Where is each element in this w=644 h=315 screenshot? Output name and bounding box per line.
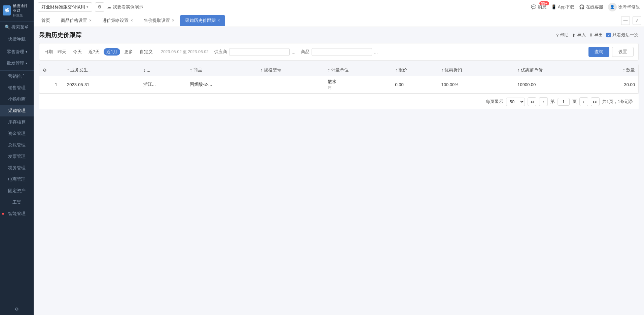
col-more[interactable]: ↕ ... — [140, 64, 187, 76]
version-select[interactable]: 好业财标准版交付试用 ▾ — [38, 2, 92, 12]
messages-btn[interactable]: 💬 消息 99+ — [531, 4, 546, 10]
date-opt-more[interactable]: 更多 — [121, 48, 136, 56]
settings-button[interactable]: 设置 — [612, 47, 634, 57]
first-page-btn[interactable]: ⏮ — [528, 97, 536, 106]
sidebar-item-ecommerce[interactable]: 电商管理 — [0, 174, 34, 185]
next-page-btn[interactable]: › — [579, 97, 588, 106]
online-service-btn[interactable]: 🎧 在线客服 — [579, 4, 603, 10]
last-only-checkbox[interactable]: ✓ — [606, 33, 611, 37]
tab-price[interactable]: 商品价格设置 × — [56, 15, 97, 26]
date-opt-yesterday[interactable]: 昨天 — [55, 48, 69, 56]
col-spec[interactable]: ↕ 规格型号 — [257, 64, 324, 76]
gear-icon[interactable]: ⚙ — [43, 68, 47, 73]
help-label: 帮助 — [560, 32, 569, 38]
last-page-btn[interactable]: ⏭ — [591, 97, 600, 106]
product-more[interactable]: ... — [374, 49, 378, 55]
general-ledger-label: 总账管理 — [8, 142, 26, 148]
tab-home[interactable]: 首页 — [36, 15, 55, 26]
sidebar-item-payroll[interactable]: 工资 — [0, 197, 34, 208]
query-button[interactable]: 查询 — [588, 47, 609, 57]
phone-icon: 📱 — [551, 4, 557, 9]
page-total: 共1页，1条记录 — [602, 99, 633, 105]
sidebar-item-fixed-assets[interactable]: 固定资产 — [0, 185, 34, 197]
app-download-btn[interactable]: 📱 App下载 — [551, 4, 574, 10]
col-gear: ⚙ — [39, 64, 51, 76]
supplier-input[interactable] — [229, 48, 290, 56]
per-page-select[interactable]: 50 20 100 — [506, 98, 525, 106]
date-opt-1month[interactable]: 近1月 — [104, 48, 120, 56]
sidebar-item-smart-mgmt[interactable]: 智能管理 — [0, 208, 34, 219]
cell-discount: 100.00% — [438, 76, 514, 93]
smart-mgmt-indicator — [2, 213, 4, 215]
import-label: 导入 — [577, 32, 586, 38]
close-icon[interactable]: × — [131, 18, 133, 23]
last-only-checkbox-group[interactable]: ✓ 只看最后一次 — [606, 32, 639, 38]
close-icon[interactable]: × — [89, 18, 92, 23]
col-before-discount[interactable]: ↕ 优惠前单价 — [514, 64, 592, 76]
col-quoted[interactable]: ↕ 报价 — [392, 64, 438, 76]
tab-sale-price[interactable]: 售价提取设置 × — [139, 15, 179, 26]
close-icon[interactable]: × — [172, 18, 174, 23]
date-opt-7days[interactable]: 近7天 — [86, 48, 102, 56]
help-icon: ? — [556, 33, 559, 38]
col-discount[interactable]: ↕ 优惠折扣... — [438, 64, 514, 76]
data-table: ⚙ ↕ 业务发生... ↕ ... ↕ 商品 ↕ 规格 — [39, 64, 638, 93]
export-btn[interactable]: ⬇ 导出 — [589, 32, 603, 38]
pagination-bar: 每页显示 50 20 100 ⏮ ‹ 第 页 › ⏭ 共1页，1条记录 — [39, 94, 639, 109]
supplier-more[interactable]: ... — [292, 49, 295, 55]
cell-gear[interactable] — [39, 76, 51, 93]
sidebar-item-invoice[interactable]: 发票管理 — [0, 151, 34, 162]
sidebar-item-inventory[interactable]: 库存核算 — [0, 116, 34, 128]
date-label: 日期 — [44, 49, 53, 55]
headset-icon: 🎧 — [579, 4, 584, 9]
sidebar-item-purchase[interactable]: 采购管理 — [0, 105, 34, 116]
sidebar-item-retail[interactable]: 零售管理 ▾ — [0, 46, 34, 58]
cell-supplier: 浙江... — [140, 76, 187, 93]
minimize-btn[interactable]: — — [621, 16, 630, 25]
settings-icon: ⚙ — [15, 307, 19, 312]
date-opt-today[interactable]: 今天 — [70, 48, 84, 56]
sidebar-item-marketing[interactable]: 营销推广 — [0, 71, 34, 82]
sidebar-item-tax[interactable]: 税务管理 — [0, 162, 34, 174]
sidebar-item-ecommerce-small[interactable]: 小畅电商 — [0, 94, 34, 105]
close-icon[interactable]: × — [218, 18, 220, 23]
ecommerce-small-label: 小畅电商 — [8, 96, 26, 102]
header-settings-btn[interactable]: ⚙ — [95, 2, 104, 12]
col-quantity[interactable]: ↕ 数量 — [592, 64, 638, 76]
sidebar-item-finance[interactable]: 资金管理 — [0, 128, 34, 139]
sidebar-search[interactable]: 🔍 搜索菜单 — [0, 22, 34, 33]
app-name: 畅捷通好业财 — [13, 3, 31, 13]
page-actions: ? 帮助 ⬆ 导入 ⬇ 导出 ✓ 只看最后一次 — [556, 32, 639, 38]
tab-history-price[interactable]: 采购历史价跟踪 × — [180, 15, 225, 26]
cell-quoted: 0.00 — [392, 76, 438, 93]
tab-strategy[interactable]: 进价策略设置 × — [97, 15, 138, 26]
chevron-down-icon: ▾ — [26, 50, 27, 54]
help-btn[interactable]: ? 帮助 — [556, 32, 569, 38]
sidebar-item-general-ledger[interactable]: 总账管理 — [0, 139, 34, 151]
messages-badge: 99+ — [539, 1, 549, 5]
date-opt-custom[interactable]: 自定义 — [137, 48, 155, 56]
user-profile[interactable]: 👤 徐泽华修改 — [608, 3, 640, 11]
expand-btn[interactable]: ⤢ — [633, 16, 641, 25]
sidebar-item-quick-nav[interactable]: 快捷导航 — [0, 33, 34, 45]
col-product[interactable]: ↕ 商品 — [186, 64, 257, 76]
page-number-input[interactable] — [558, 98, 570, 106]
date-filter-group: 日期 昨天 今天 近7天 近1月 更多 自定义 — [44, 48, 155, 56]
first-icon: ⏮ — [530, 99, 534, 104]
sidebar-settings-btn[interactable]: ⚙ — [0, 303, 34, 315]
col-unit[interactable]: ↕ 计量单位 — [324, 64, 392, 76]
col-seq — [51, 64, 64, 76]
finance-label: 资金管理 — [8, 131, 26, 137]
tab-strategy-label: 进价策略设置 — [102, 18, 129, 24]
cell-product: 丙烯酸-2-... — [186, 76, 257, 93]
product-input[interactable] — [312, 48, 372, 56]
cell-unit: 散水吨 — [324, 76, 392, 93]
per-page-label: 每页显示 — [486, 99, 503, 105]
sidebar-item-sales[interactable]: 销售管理 — [0, 82, 34, 94]
demo-link[interactable]: ☁ 我要看实例演示 — [107, 4, 143, 10]
col-date[interactable]: ↕ 业务发生... — [64, 64, 140, 76]
prev-page-btn[interactable]: ‹ — [539, 97, 548, 106]
import-btn[interactable]: ⬆ 导入 — [572, 32, 586, 38]
sidebar-item-wholesale[interactable]: 批发管理 ▴ — [0, 58, 34, 69]
table-row: 1 2023-05-31 浙江... 丙烯酸-2-... 散水吨 0.00 10… — [39, 76, 638, 93]
